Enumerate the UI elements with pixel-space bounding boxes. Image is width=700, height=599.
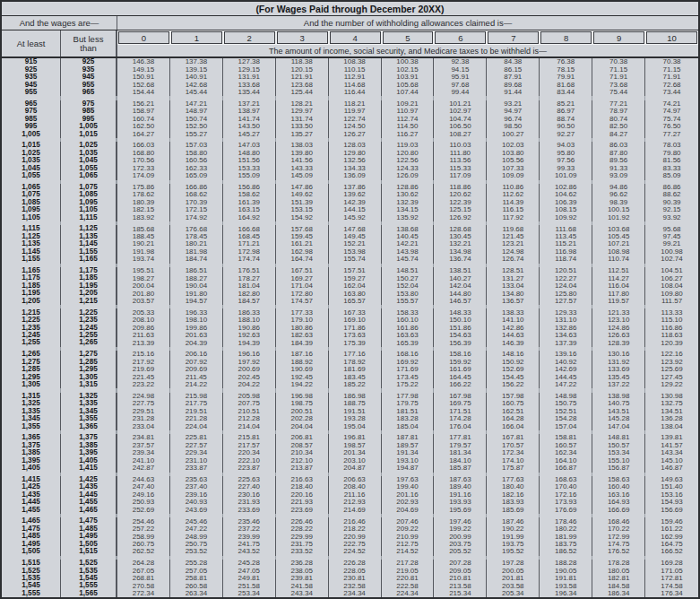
withholding-value-cell: 109.09 (487, 172, 540, 179)
withholding-value-cell: 137.39 (540, 339, 592, 346)
withholding-value-cell: 204.87 (329, 464, 382, 472)
withholding-value-cell: 136.74 (434, 256, 487, 263)
withholding-value-cell: 146.57 (434, 298, 487, 305)
withholding-value-cell: 110.74 (592, 256, 645, 263)
table-row: 1,255 1,265 213.39 204.39 194.39 184.39 … (2, 339, 698, 346)
withholding-value-cell: 205.52 (434, 548, 487, 555)
table-row: 1,005 1,015 164.27 155.27 145.27 135.27 … (2, 130, 698, 137)
allowance-column-header: 2 (224, 31, 275, 44)
wages-are-label: And the wages are— (2, 16, 117, 30)
wage-but-less-cell: 1,465 (61, 507, 117, 514)
withholding-value-cell: 166.87 (540, 464, 592, 472)
withholding-value-cell: 145.27 (223, 130, 276, 137)
wage-at-least-cell: 1,305 (2, 381, 61, 388)
withholding-value-cell: 184.57 (223, 298, 276, 305)
allowance-column-header: 9 (593, 31, 644, 44)
withholding-value-cell: 205.34 (487, 590, 540, 597)
withholding-value-cell: 213.87 (276, 464, 329, 472)
withholding-value-cell: 126.09 (382, 172, 435, 179)
table-row: 1,105 1,115 183.92 174.92 164.92 154.92 … (2, 214, 698, 221)
withholding-value-cell: 84.27 (592, 130, 645, 137)
withholding-value-cell: 204.04 (276, 423, 329, 430)
table-row: 1,555 1,565 272.34 263.34 253.34 243.34 … (2, 590, 698, 597)
at-least-header: At least (2, 30, 61, 56)
withholding-value-cell: 204.39 (170, 339, 223, 346)
withholding-value-cell: 85.09 (645, 172, 698, 179)
withholding-value-cell: 116.44 (329, 89, 382, 96)
withholding-value-cell: 204.22 (223, 381, 276, 388)
wage-at-least-cell: 955 (2, 89, 61, 96)
withholding-value-cell: 77.27 (645, 130, 698, 137)
withholding-value-cell: 165.39 (382, 339, 435, 346)
withholding-value-cell: 174.57 (276, 298, 329, 305)
withholding-value-cell: 146.39 (487, 339, 540, 346)
withholding-value-cell: 147.22 (540, 381, 592, 388)
withholding-value-cell: 102.74 (645, 256, 698, 263)
withholding-value-cell: 93.92 (645, 214, 698, 221)
wage-but-less-cell: 1,215 (61, 298, 117, 305)
withholding-value-cell: 233.87 (170, 464, 223, 472)
withholding-value-cell: 195.04 (329, 423, 382, 430)
withholding-value-cell: 183.92 (117, 214, 170, 221)
allowance-header-area: 012345678910 The amount of income, socia… (117, 30, 698, 56)
withholding-value-cell: 185.87 (434, 464, 487, 472)
withholding-value-cell: 214.69 (329, 507, 382, 514)
withholding-value-cell: 166.22 (434, 381, 487, 388)
wage-at-least-cell: 1,205 (2, 298, 61, 305)
withholding-value-cell: 156.22 (487, 381, 540, 388)
withholding-value-cell: 145.74 (382, 256, 435, 263)
allowance-column-header: 6 (435, 31, 486, 44)
withholding-value-cell: 75.44 (592, 89, 645, 96)
allowance-number-row: 012345678910 (117, 30, 698, 45)
withholding-value-cell: 184.74 (170, 256, 223, 263)
withholding-value-cell: 125.44 (276, 89, 329, 96)
withholding-value-cell: 186.52 (540, 548, 592, 555)
table-row: 1,305 1,315 223.22 214.22 204.22 194.22 … (2, 381, 698, 388)
wage-at-least-cell: 1,005 (2, 130, 61, 137)
withholding-value-cell: 119.57 (592, 298, 645, 305)
withholding-value-cell: 83.44 (540, 89, 592, 96)
withholding-value-cell: 154.92 (276, 214, 329, 221)
withholding-value-cell: 175.22 (382, 381, 435, 388)
withholding-value-cell: 176.34 (645, 590, 698, 597)
wage-but-less-cell: 1,315 (61, 381, 117, 388)
withholding-value-cell: 100.27 (487, 130, 540, 137)
withholding-value-cell: 116.27 (382, 130, 435, 137)
withholding-value-cell: 117.92 (487, 214, 540, 221)
wage-at-least-cell: 1,455 (2, 507, 61, 514)
withholding-value-cell: 176.69 (540, 507, 592, 514)
withholding-value-cell: 147.04 (592, 423, 645, 430)
withholding-value-cell: 223.69 (276, 507, 329, 514)
withholding-value-cell: 174.92 (170, 214, 223, 221)
wage-but-less-cell: 965 (61, 89, 117, 96)
withholding-value-cell: 108.27 (434, 130, 487, 137)
withholding-value-cell: 91.44 (487, 89, 540, 96)
table-row: 1,355 1,365 233.04 224.04 214.04 204.04 … (2, 423, 698, 430)
withholding-value-cell: 233.69 (223, 507, 276, 514)
withholding-value-cell: 154.44 (117, 89, 170, 96)
table-body: 915 925 146.38 137.38 127.38 118.38 108.… (2, 58, 698, 597)
withholding-value-cell: 155.09 (223, 172, 276, 179)
withholding-value-cell: 101.92 (592, 214, 645, 221)
allowance-column-header: 5 (383, 31, 434, 44)
withholding-value-cell: 174.09 (117, 172, 170, 179)
withholding-value-cell: 156.69 (645, 507, 698, 514)
withholding-value-cell: 109.92 (540, 214, 592, 221)
withholding-value-cell: 223.87 (223, 464, 276, 472)
wage-but-less-cell: 1,515 (61, 548, 117, 555)
wage-but-less-cell: 1,415 (61, 464, 117, 472)
withholding-value-cell: 184.39 (276, 339, 329, 346)
withholding-value-cell: 92.27 (540, 130, 592, 137)
wage-but-less-cell: 1,065 (61, 172, 117, 179)
withholding-value-cell: 117.09 (434, 172, 487, 179)
withholding-value-cell: 126.27 (329, 130, 382, 137)
wage-but-less-cell: 1,015 (61, 130, 117, 137)
withholding-value-cell: 145.92 (329, 214, 382, 221)
withholding-value-cell: 174.74 (223, 256, 276, 263)
withholding-value-cell: 120.39 (645, 339, 698, 346)
withholding-value-cell: 186.34 (592, 590, 645, 597)
withholding-value-cell: 127.57 (540, 298, 592, 305)
withholding-value-cell: 195.69 (434, 507, 487, 514)
withholding-value-cell: 118.74 (540, 256, 592, 263)
allowances-claimed-label: And the number of withholding allowances… (117, 16, 698, 30)
